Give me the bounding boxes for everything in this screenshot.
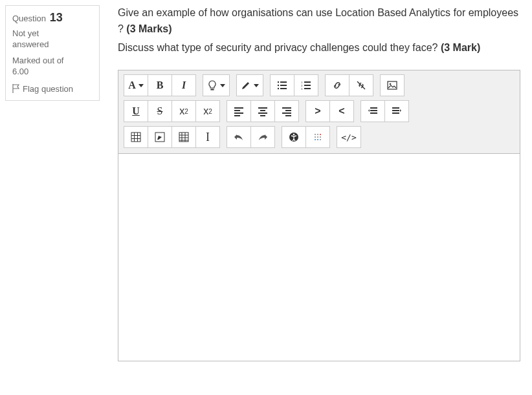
edit-button[interactable] [148,126,172,148]
question-main: Give an example of how organisations can… [118,5,527,361]
question-info-card: Question 13 Not yet answered Marked out … [5,5,100,101]
flag-icon [12,84,20,93]
svg-rect-23 [285,110,291,111]
svg-rect-27 [370,110,377,111]
svg-point-50 [317,136,318,138]
align-left-icon [234,106,244,116]
braille-icon [313,132,323,142]
rich-text-editor: A B I [118,70,520,361]
pencil-box-icon [155,132,165,142]
table-icon [179,132,189,142]
highlight-button[interactable] [236,74,263,96]
caret-down-icon [139,84,144,87]
flag-question-link[interactable]: Flag question [12,84,93,94]
rtl-icon [392,106,402,116]
svg-rect-26 [370,107,377,109]
svg-rect-32 [131,133,140,142]
lightbulb-icon [207,80,217,91]
editor-toolbar: A B I [118,70,520,154]
unlink-icon [356,80,366,91]
bold-button[interactable]: B [148,74,172,96]
svg-rect-14 [234,107,243,109]
svg-rect-24 [282,112,291,114]
redo-button[interactable] [250,126,275,148]
font-color-button[interactable] [203,74,230,96]
svg-rect-30 [392,110,399,111]
question-marks: Marked out of 6.00 [12,56,93,78]
svg-rect-22 [282,107,291,109]
link-button[interactable] [325,74,349,96]
svg-point-53 [317,139,318,140]
svg-rect-3 [280,85,287,86]
indent-less-button[interactable]: < [329,100,354,122]
svg-rect-25 [285,115,291,116]
svg-rect-11 [304,88,311,89]
caret-down-icon [254,84,259,87]
image-button[interactable] [380,74,405,96]
ordered-list-button[interactable]: 123 [294,74,318,96]
svg-point-2 [278,85,279,86]
ltr-icon [368,106,378,116]
html-source-button[interactable]: </> [337,126,361,148]
svg-rect-17 [234,115,240,116]
brush-icon [241,80,251,91]
paragraph-style-button[interactable]: A [124,74,148,96]
prompt-paragraph-1: Give an example of how organisations can… [118,5,520,37]
svg-rect-12 [388,81,397,89]
question-label: Question [12,14,46,23]
question-prompt: Give an example of how organisations can… [118,5,520,56]
svg-point-13 [390,83,392,85]
underline-button[interactable]: U [124,100,148,122]
align-center-icon [258,106,268,116]
svg-point-54 [320,139,321,140]
svg-point-4 [278,88,279,89]
svg-point-52 [315,139,316,140]
rtl-button[interactable] [384,100,409,122]
ltr-button[interactable] [360,100,385,122]
align-center-button[interactable] [250,100,275,122]
question-number: 13 [50,11,63,24]
svg-rect-31 [392,112,399,114]
align-left-button[interactable] [227,100,251,122]
unordered-list-button[interactable] [270,74,294,96]
toolbar-row-1: A B I [124,74,515,96]
list-ul-icon [277,80,287,91]
svg-rect-28 [370,112,377,114]
table-button[interactable] [172,126,196,148]
svg-rect-29 [392,107,399,109]
grid-icon [131,132,141,142]
clear-format-button[interactable]: I [195,126,220,148]
svg-rect-21 [260,115,265,116]
indent-more-button[interactable]: > [305,100,330,122]
accessibility-button[interactable] [282,126,306,148]
equation-button[interactable] [124,126,148,148]
svg-point-46 [315,134,316,135]
unlink-button[interactable] [349,74,373,96]
svg-point-47 [317,134,318,135]
screenreader-button[interactable] [305,126,330,148]
svg-rect-9 [304,85,311,86]
italic-button[interactable]: I [172,74,196,96]
svg-rect-19 [260,110,265,111]
editor-textarea[interactable] [118,154,520,361]
list-ol-icon: 123 [301,80,311,91]
svg-rect-1 [280,81,287,83]
superscript-button[interactable]: x2 [195,100,220,122]
align-right-icon [282,106,292,116]
question-page: Question 13 Not yet answered Marked out … [0,0,532,367]
svg-point-49 [315,136,316,138]
caret-down-icon [220,84,225,87]
svg-point-51 [320,136,321,138]
strikethrough-button[interactable]: S [148,100,172,122]
undo-button[interactable] [227,126,251,148]
redo-icon [258,132,268,142]
undo-icon [234,132,244,142]
align-right-button[interactable] [274,100,299,122]
toolbar-row-2: U S x2 x2 [124,100,515,122]
question-status: Not yet answered [12,28,93,50]
question-number-line: Question 13 [12,11,93,25]
subscript-button[interactable]: x2 [172,100,196,122]
svg-point-48 [320,134,321,135]
svg-rect-15 [234,110,240,111]
svg-point-45 [293,134,295,136]
